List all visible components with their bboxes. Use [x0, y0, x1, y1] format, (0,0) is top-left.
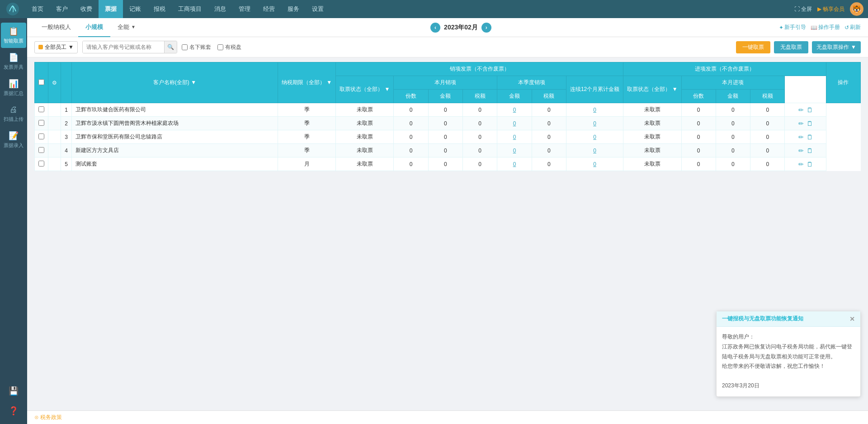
- edit-icon-3[interactable]: ✏: [798, 147, 804, 154]
- employee-filter[interactable]: 全部员工 ▼: [34, 41, 78, 53]
- row-sales-quarter-amount-0[interactable]: 0: [497, 103, 532, 117]
- row-sales-month-tax-3: 0: [463, 144, 497, 157]
- fullscreen-btn[interactable]: ⛶ 全屏: [794, 5, 812, 13]
- row-checkbox-0[interactable]: [35, 103, 48, 117]
- nav-fee[interactable]: 收费: [74, 0, 99, 18]
- row-sales-12month-3[interactable]: 0: [566, 144, 623, 157]
- sales-month-count-header: 份数: [394, 90, 428, 103]
- row-settings-0: [48, 103, 61, 117]
- next-month-btn[interactable]: ›: [481, 23, 491, 33]
- view-icon-1[interactable]: 🗒: [807, 120, 813, 127]
- sidebar-item-invoice-entry[interactable]: 📝 票据录入: [1, 127, 26, 152]
- row-sales-quarter-tax-4: 0: [532, 157, 566, 171]
- edit-icon-0[interactable]: ✏: [798, 106, 804, 114]
- nav-business[interactable]: 工商项目: [172, 0, 208, 18]
- filter-icon[interactable]: ▼: [385, 86, 390, 92]
- row-checkbox-1[interactable]: [35, 117, 48, 130]
- search-button[interactable]: 🔍: [164, 41, 177, 53]
- member-btn[interactable]: ▶ 畅享会员: [817, 5, 844, 13]
- nav-operations[interactable]: 经营: [257, 0, 281, 18]
- sidebar-help-btn[interactable]: ❓: [1, 402, 26, 419]
- row-sales-month-count-3: 0: [394, 144, 428, 157]
- row-checkbox-2[interactable]: [35, 130, 48, 144]
- sidebar-item-label-1: 智能取票: [4, 38, 24, 44]
- chevron-down-icon: ▼: [131, 24, 136, 29]
- row-purchase-status-0: 未取票: [623, 103, 681, 117]
- tab-small-scale[interactable]: 小规模: [78, 18, 110, 37]
- row-settings-4: [48, 157, 61, 171]
- row-period-4: 月: [278, 157, 335, 171]
- sidebar-item-scan-upload[interactable]: 🖨 扫描上传: [1, 101, 26, 126]
- app-logo[interactable]: [5, 1, 21, 17]
- row-checkbox-4[interactable]: [35, 157, 48, 171]
- month-navigation: ‹ 2023年02月 ›: [143, 23, 779, 33]
- view-icon-0[interactable]: 🗒: [807, 106, 813, 114]
- filter-icon[interactable]: ▼: [326, 79, 332, 86]
- row-sales-month-amount-1: 0: [428, 117, 462, 130]
- nav-service[interactable]: 服务: [281, 0, 306, 18]
- prev-month-btn[interactable]: ‹: [430, 23, 440, 33]
- nav-home[interactable]: 首页: [25, 0, 50, 18]
- nav-settings[interactable]: 设置: [306, 0, 330, 18]
- new-guide-btn[interactable]: ✦ 新手引导: [779, 24, 806, 31]
- row-sales-12month-0[interactable]: 0: [566, 103, 623, 117]
- no-disk-fetch-btn[interactable]: 无盘取票: [774, 41, 808, 53]
- row-checkbox-3[interactable]: [35, 144, 48, 157]
- refresh-btn[interactable]: ↺ 刷新: [844, 24, 861, 31]
- checkbox-own-accounts[interactable]: 名下账套: [182, 43, 211, 51]
- nav-bookkeeping[interactable]: 记账: [123, 0, 147, 18]
- edit-icon-2[interactable]: ✏: [798, 133, 804, 141]
- row-sales-12month-2[interactable]: 0: [566, 130, 623, 144]
- no-disk-ops-btn[interactable]: 无盘取票操作 ▼: [812, 41, 861, 53]
- manual-btn[interactable]: 📖 操作手册: [811, 24, 840, 31]
- row-sales-12month-4[interactable]: 0: [566, 157, 623, 171]
- tab-all[interactable]: 全能 ▼: [110, 18, 143, 37]
- filter-dot: [38, 45, 43, 49]
- row-no-0: 1: [61, 103, 72, 117]
- row-sales-status-3: 未取票: [336, 144, 394, 157]
- sidebar-download-btn[interactable]: 💾: [1, 382, 26, 400]
- row-purchase-month-tax-3: 0: [750, 144, 785, 157]
- row-purchase-status-4: 未取票: [623, 157, 681, 171]
- sales-quarter-tax-header: 税额: [532, 90, 566, 103]
- edit-icon-4[interactable]: ✏: [798, 161, 804, 168]
- row-sales-quarter-tax-0: 0: [532, 103, 566, 117]
- row-sales-quarter-amount-2[interactable]: 0: [497, 130, 532, 144]
- edit-icon-1[interactable]: ✏: [798, 120, 804, 127]
- sales-month-tax-header: 税额: [463, 90, 497, 103]
- sidebar-item-label-5: 票据录入: [4, 142, 24, 149]
- view-icon-3[interactable]: 🗒: [807, 147, 813, 154]
- nav-messages[interactable]: 消息: [208, 0, 232, 18]
- row-sales-month-tax-4: 0: [463, 157, 497, 171]
- filter-icon[interactable]: ▼: [672, 86, 678, 92]
- sidebar-item-invoice-summary[interactable]: 📊 票据汇总: [1, 75, 26, 100]
- row-sales-quarter-amount-4[interactable]: 0: [497, 157, 532, 171]
- nav-tax[interactable]: 报税: [147, 0, 172, 18]
- view-icon-2[interactable]: 🗒: [807, 133, 813, 141]
- tab-general-taxpayer[interactable]: 一般纳税人: [34, 18, 78, 37]
- row-sales-12month-1[interactable]: 0: [566, 117, 623, 130]
- row-purchase-status-3: 未取票: [623, 144, 681, 157]
- row-sales-month-count-4: 0: [394, 157, 428, 171]
- customer-col-header: 客户名称(全部) ▼: [72, 62, 278, 103]
- view-icon-4[interactable]: 🗒: [807, 161, 813, 168]
- row-no-2: 3: [61, 130, 72, 144]
- tax-policy-link[interactable]: ⊙ 税务政策: [34, 414, 62, 421]
- checkbox-has-disk[interactable]: 有税盘: [217, 43, 241, 51]
- sidebar-item-invoice-issue[interactable]: 📄 发票开具: [1, 49, 26, 74]
- row-sales-month-tax-2: 0: [463, 130, 497, 144]
- nav-manage[interactable]: 管理: [232, 0, 257, 18]
- select-all-checkbox[interactable]: [38, 79, 44, 85]
- nav-customer[interactable]: 客户: [50, 0, 74, 18]
- notification-close-btn[interactable]: ✕: [849, 315, 855, 323]
- filter-icon[interactable]: ▼: [191, 79, 196, 86]
- row-purchase-month-amount-3: 0: [716, 144, 750, 157]
- nav-invoice[interactable]: 票据: [99, 0, 123, 18]
- search-input[interactable]: [83, 41, 164, 53]
- one-click-fetch-btn[interactable]: 一键取票: [736, 41, 770, 53]
- sub-nav-actions: ✦ 新手引导 📖 操作手册 ↺ 刷新: [779, 24, 861, 31]
- row-sales-quarter-amount-1[interactable]: 0: [497, 117, 532, 130]
- row-sales-quarter-amount-3[interactable]: 0: [497, 144, 532, 157]
- avatar[interactable]: 🐯: [850, 2, 863, 16]
- sidebar-item-smart-ticket[interactable]: 📋 智能取票: [1, 23, 26, 48]
